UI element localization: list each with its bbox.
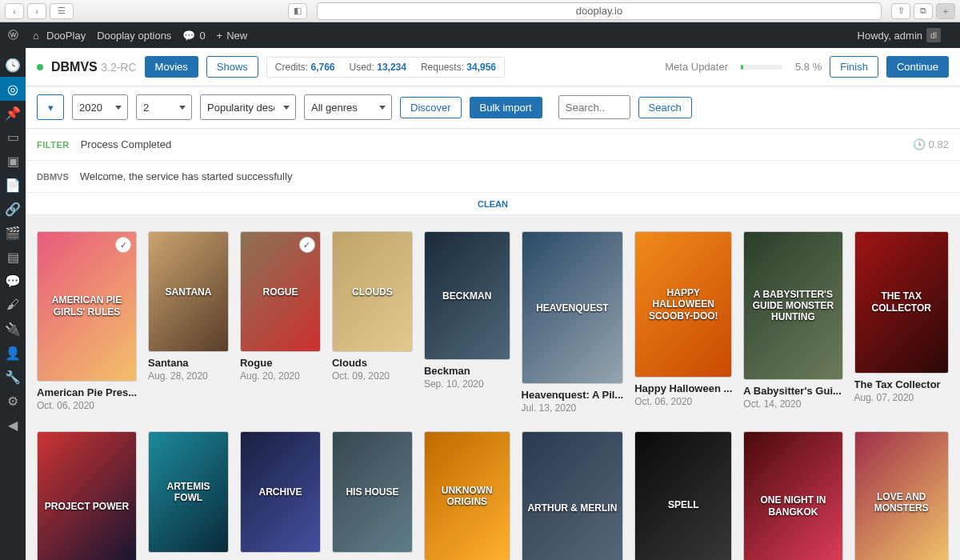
- movie-poster[interactable]: HAPPY HALLOWEEN SCOOBY-DOO!: [634, 231, 732, 378]
- browser-forward-button[interactable]: ›: [27, 3, 46, 19]
- movie-card[interactable]: ARCHIVEArchiveAug. 13, 2020: [240, 431, 321, 560]
- movie-card[interactable]: SPELLSpellOct. 30, 2020: [634, 431, 732, 560]
- movie-poster[interactable]: AMERICAN PIE GIRLS' RULES✓: [37, 231, 137, 382]
- new-content-link[interactable]: +New: [217, 30, 248, 42]
- share-icon[interactable]: ⇧: [891, 3, 910, 19]
- sidebar-pin-icon[interactable]: 📌: [0, 101, 26, 125]
- movie-card[interactable]: PROJECT POWERProject PowerAug. 14, 2020: [37, 431, 137, 560]
- poster-title-overlay: AMERICAN PIE GIRLS' RULES: [38, 290, 136, 322]
- movie-poster[interactable]: UNKNOWN ORIGINS: [424, 431, 510, 560]
- movie-poster[interactable]: ARCHIVE: [240, 431, 321, 552]
- movie-date: Aug. 28, 2020: [148, 370, 229, 382]
- movie-poster[interactable]: HEAVENQUEST: [522, 231, 624, 384]
- sidebar-users-icon[interactable]: 👤: [0, 341, 26, 365]
- genre-select[interactable]: All genres: [304, 94, 392, 120]
- sidebar-settings-icon[interactable]: ⚙: [0, 389, 26, 413]
- sidebar-box-icon[interactable]: ▣: [0, 149, 26, 173]
- movie-card[interactable]: HIS HOUSEHis HouseJan. 27, 2020: [332, 431, 413, 560]
- browser-back-button[interactable]: ‹: [5, 3, 24, 19]
- movies-grid: AMERICAN PIE GIRLS' RULES✓American Pie P…: [37, 231, 949, 560]
- movie-card[interactable]: SANTANASantanaAug. 28, 2020: [148, 231, 229, 414]
- reader-icon[interactable]: ◧: [288, 3, 307, 19]
- movie-poster[interactable]: SPELL: [634, 431, 732, 560]
- poster-title-overlay: ARTEMIS FOWL: [149, 476, 228, 509]
- tabs-icon[interactable]: ⧉: [914, 3, 933, 19]
- new-tab-button[interactable]: +: [936, 3, 955, 19]
- controls-row: ▾ 2020 2 Popularity desc All genres Disc…: [26, 86, 960, 129]
- movie-poster[interactable]: A BABYSITTER'S GUIDE MONSTER HUNTING: [743, 231, 842, 380]
- wp-admin-bar: ⓦ ⌂DooPlay Dooplay options 💬0 +New Howdy…: [0, 22, 960, 48]
- movie-date: Jul. 13, 2020: [522, 402, 624, 414]
- movie-card[interactable]: HAPPY HALLOWEEN SCOOBY-DOO!Happy Hallowe…: [634, 231, 732, 414]
- clean-link[interactable]: CLEAN: [478, 199, 508, 209]
- movie-poster[interactable]: BECKMAN: [424, 231, 510, 360]
- sidebar-appearance-icon[interactable]: 🖌: [0, 293, 26, 317]
- movie-poster[interactable]: PROJECT POWER: [37, 431, 137, 560]
- browser-sidebar-button[interactable]: ☰: [50, 3, 74, 19]
- movie-card[interactable]: THE TAX COLLECTORThe Tax CollectorAug. 0…: [854, 231, 949, 414]
- continue-button[interactable]: Continue: [886, 56, 949, 78]
- movie-poster[interactable]: ROGUE✓: [240, 231, 321, 352]
- movie-card[interactable]: UNKNOWN ORIGINSUnknown OriginsAug. 28, 2…: [424, 431, 510, 560]
- movie-poster[interactable]: ARTEMIS FOWL: [148, 431, 229, 552]
- sidebar-media-icon[interactable]: 🎬: [0, 221, 26, 245]
- sort-select[interactable]: Popularity desc: [200, 94, 296, 120]
- sidebar-collapse-icon[interactable]: ◀: [0, 413, 26, 437]
- sidebar-pages-icon[interactable]: ▤: [0, 245, 26, 269]
- movie-card[interactable]: ROGUE✓RogueAug. 20, 2020: [240, 231, 321, 414]
- dooplay-options-link[interactable]: Dooplay options: [97, 30, 171, 42]
- sidebar-tv-icon[interactable]: ▭: [0, 125, 26, 149]
- finish-button[interactable]: Finish: [830, 56, 878, 78]
- poster-title-overlay: SANTANA: [161, 282, 217, 302]
- movie-poster[interactable]: ONE NIGHT IN BANGKOK: [743, 431, 842, 560]
- check-icon: ✓: [299, 237, 315, 253]
- howdy-user[interactable]: Howdy, admindl: [858, 28, 941, 42]
- sidebar-link-icon[interactable]: 🔗: [0, 197, 26, 221]
- wp-logo-icon[interactable]: ⓦ: [8, 28, 18, 42]
- movie-card[interactable]: BECKMANBeckmanSep. 10, 2020: [424, 231, 510, 414]
- movie-poster[interactable]: CLOUDS: [332, 231, 413, 352]
- search-button[interactable]: Search: [638, 97, 692, 118]
- sidebar-plugins-icon[interactable]: 🔌: [0, 317, 26, 341]
- bulk-import-button[interactable]: Bulk import: [470, 97, 542, 118]
- discover-button[interactable]: Discover: [400, 97, 462, 118]
- sidebar-comments-icon[interactable]: 💬: [0, 269, 26, 293]
- movie-poster[interactable]: LOVE AND MONSTERS: [854, 431, 949, 560]
- elapsed-time: 🕓0.82: [913, 138, 949, 150]
- comments-link[interactable]: 💬0: [182, 29, 205, 42]
- movie-date: Aug. 20, 2020: [240, 370, 321, 382]
- tab-shows[interactable]: Shows: [206, 56, 258, 78]
- movie-poster[interactable]: THE TAX COLLECTOR: [854, 231, 949, 374]
- page-select[interactable]: 2: [136, 94, 192, 120]
- movie-card[interactable]: CLOUDSCloudsOct. 09, 2020: [332, 231, 413, 414]
- year-select[interactable]: 2020: [72, 94, 128, 120]
- movie-card[interactable]: A BABYSITTER'S GUIDE MONSTER HUNTINGA Ba…: [743, 231, 842, 414]
- movie-card[interactable]: ONE NIGHT IN BANGKOKOne Night in Bang...…: [743, 431, 842, 560]
- browser-url[interactable]: dooplay.io: [317, 2, 882, 20]
- sidebar-dashboard-icon[interactable]: 🕓: [0, 53, 26, 77]
- movie-card[interactable]: ARTEMIS FOWLArtemis FowlJun. 12, 2020: [148, 431, 229, 560]
- page-header: DBMVS 3.2-RC Movies Shows Credits: 6,766…: [26, 48, 960, 86]
- poster-title-overlay: ARCHIVE: [254, 482, 306, 502]
- filter-tag: FILTER: [37, 140, 70, 150]
- search-input[interactable]: [558, 95, 630, 119]
- brand-version: 3.2-RC: [101, 61, 136, 74]
- movie-card[interactable]: HEAVENQUESTHeavenquest: A Pil...Jul. 13,…: [522, 231, 624, 414]
- tab-movies[interactable]: Movies: [145, 56, 198, 78]
- movie-card[interactable]: ARTHUR & MERLINArthur & Merlin: K...May.…: [522, 431, 624, 560]
- log-row-filter: FILTER Process Completed 🕓0.82: [26, 129, 960, 161]
- movie-poster[interactable]: SANTANA: [148, 231, 229, 352]
- movie-card[interactable]: AMERICAN PIE GIRLS' RULES✓American Pie P…: [37, 231, 137, 414]
- movie-title: A Babysitter's Gui...: [743, 385, 842, 397]
- movie-date: Oct. 06, 2020: [37, 400, 137, 411]
- movies-grid-wrap[interactable]: AMERICAN PIE GIRLS' RULES✓American Pie P…: [26, 215, 960, 560]
- sidebar-dbmvs-icon[interactable]: ◎: [0, 77, 26, 101]
- movie-card[interactable]: LOVE AND MONSTERSLove and MonstersOct. 1…: [854, 431, 949, 560]
- movie-poster[interactable]: HIS HOUSE: [332, 431, 413, 552]
- type-dropdown[interactable]: ▾: [37, 94, 64, 120]
- log-row-welcome: DBMVS Welcome, the service has started s…: [26, 161, 960, 193]
- site-home-link[interactable]: ⌂DooPlay: [30, 29, 86, 42]
- sidebar-page-icon[interactable]: 📄: [0, 173, 26, 197]
- movie-poster[interactable]: ARTHUR & MERLIN: [522, 431, 624, 560]
- sidebar-tools-icon[interactable]: 🔧: [0, 365, 26, 389]
